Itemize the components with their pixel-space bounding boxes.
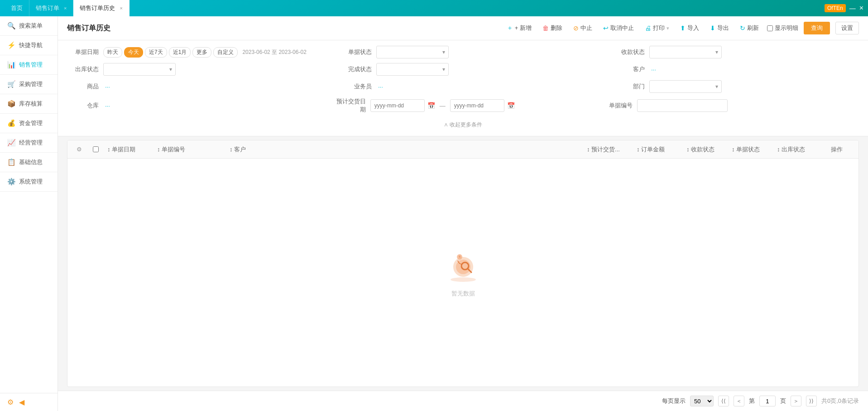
th-check[interactable] — [87, 146, 104, 152]
receipt-status-select[interactable] — [649, 46, 722, 58]
query-button[interactable]: 查询 — [804, 22, 830, 34]
sidebar-item-purchase-mgmt[interactable]: 🛒 采购管理 — [0, 75, 58, 94]
sidebar-item-purchase-mgmt-label: 采购管理 — [19, 80, 43, 88]
sidebar-item-sales-mgmt[interactable]: 📊 销售管理 — [0, 55, 58, 75]
date-btn-more[interactable]: 更多 — [192, 47, 211, 58]
filter-area: 单据日期 昨天 今天 近7天 近1月 更多 自定义 2023-06-02 至 2… — [58, 40, 868, 136]
stock-out-status-select-wrapper[interactable] — [103, 63, 176, 76]
refresh-button[interactable]: ↻ 刷新 — [737, 22, 762, 34]
prev-page-button[interactable]: ＜ — [734, 396, 744, 406]
sidebar-item-fund-mgmt[interactable]: 💰 资金管理 — [0, 114, 58, 133]
tab-sales-order-close[interactable]: × — [64, 5, 67, 11]
new-button[interactable]: ＋ + 新增 — [504, 22, 534, 34]
refresh-label: 刷新 — [747, 24, 759, 32]
date-dash: — — [440, 102, 446, 109]
table-header: ⚙ ↕ 单据日期 ↕ 单据编号 ↕ 客户 ↕ 预计交货... ↕ 订单金额 — [67, 140, 858, 159]
next-page-button[interactable]: ＞ — [791, 396, 801, 406]
salesperson-ellipsis[interactable]: ··· — [376, 83, 385, 90]
page-size-select[interactable]: 10 20 50 100 — [690, 396, 714, 406]
new-icon: ＋ — [507, 24, 513, 32]
stop-button[interactable]: ⊘ 中止 — [571, 22, 595, 34]
cancel-stop-label: 取消中止 — [610, 24, 634, 32]
complete-status-select[interactable] — [376, 63, 449, 76]
date-btn-7days[interactable]: 近7天 — [145, 47, 167, 58]
calendar-from-icon[interactable]: 📅 — [427, 102, 435, 109]
th-bill-status[interactable]: ↕ 单据状态 — [728, 145, 773, 154]
department-control — [649, 80, 859, 93]
export-button[interactable]: ⬇ 导出 — [707, 22, 732, 34]
th-stock-out[interactable]: ↕ 出库状态 — [773, 145, 819, 154]
tab-sales-order-label: 销售订单 — [36, 4, 59, 12]
calendar-to-icon[interactable]: 📅 — [507, 102, 515, 109]
filter-row-2: 出库状态 完成状态 客户 — [67, 63, 859, 76]
goods-ellipsis[interactable]: ··· — [103, 83, 112, 90]
customer-ellipsis[interactable]: ··· — [649, 66, 658, 73]
sidebar-item-inventory-calc[interactable]: 📦 库存核算 — [0, 94, 58, 114]
th-client[interactable]: ↕ 客户 — [226, 145, 583, 154]
display-detail-label: 显示明细 — [775, 24, 798, 32]
warehouse-ellipsis[interactable]: ··· — [103, 102, 112, 109]
cancel-stop-button[interactable]: ↩ 取消中止 — [600, 22, 637, 34]
bill-status-select-wrapper[interactable] — [376, 46, 449, 58]
bill-date-control: 昨天 今天 近7天 近1月 更多 自定义 2023-06-02 至 2023-0… — [103, 47, 313, 58]
th-gear[interactable]: ⚙ — [71, 146, 87, 153]
complete-status-label: 完成状态 — [340, 65, 376, 73]
delivery-date-to[interactable] — [450, 99, 504, 112]
purchase-mgmt-icon: 🛒 — [7, 80, 15, 88]
th-amount[interactable]: ↕ 订单金额 — [633, 145, 683, 154]
first-page-button[interactable]: ⟨⟨ — [718, 396, 729, 406]
complete-status-select-wrapper[interactable] — [376, 63, 449, 76]
date-btn-custom[interactable]: 自定义 — [213, 47, 238, 58]
display-detail-checkbox-wrapper[interactable]: 显示明细 — [767, 24, 798, 32]
bill-number-input[interactable] — [637, 99, 728, 112]
th-delivery[interactable]: ↕ 预计交货... — [583, 145, 633, 154]
export-label: 导出 — [717, 24, 729, 32]
page-number-input[interactable] — [759, 396, 776, 406]
close-icon[interactable]: × — [859, 4, 863, 12]
department-select-wrapper[interactable] — [649, 80, 722, 93]
stock-out-status-select[interactable] — [103, 63, 176, 76]
th-amount-label: ↕ 订单金额 — [637, 145, 665, 154]
date-btn-today[interactable]: 今天 — [124, 47, 143, 58]
estimated-delivery-date-group: 📅 — 📅 — [370, 99, 515, 112]
import-button[interactable]: ⬆ 导入 — [677, 22, 702, 34]
sidebar-settings-icon[interactable]: ⚙ — [7, 398, 14, 406]
th-number[interactable]: ↕ 单据编号 — [153, 145, 226, 154]
operation-mgmt-icon: 📈 — [7, 139, 15, 147]
sidebar-item-basic-info[interactable]: 📋 基础信息 — [0, 153, 58, 172]
th-operation: 操作 — [819, 145, 855, 154]
sidebar-item-search-menu-label: 搜索菜单 — [19, 22, 43, 30]
tab-sales-order[interactable]: 销售订单 × — [29, 0, 73, 16]
date-btn-yesterday[interactable]: 昨天 — [103, 47, 122, 58]
display-detail-checkbox[interactable] — [767, 25, 773, 31]
tab-sales-order-history-close[interactable]: × — [120, 5, 122, 11]
th-receipt[interactable]: ↕ 收款状态 — [683, 145, 728, 154]
stop-label: 中止 — [580, 24, 592, 32]
th-date[interactable]: ↕ 单据日期 — [104, 145, 153, 154]
print-button[interactable]: 🖨 打印 ▾ — [642, 22, 672, 34]
last-page-button[interactable]: ⟩⟩ — [806, 396, 817, 406]
minimize-icon[interactable]: — — [849, 5, 856, 12]
tab-sales-order-history-label: 销售订单历史 — [80, 4, 115, 12]
sidebar-item-operation-mgmt[interactable]: 📈 经营管理 — [0, 133, 58, 153]
delete-button[interactable]: 🗑 删除 — [540, 22, 565, 34]
sidebar-item-quick-nav[interactable]: ⚡ 快捷导航 — [0, 36, 58, 55]
tab-home[interactable]: 首页 — [5, 0, 29, 16]
date-btn-1month[interactable]: 近1月 — [169, 47, 191, 58]
sidebar-item-search-menu[interactable]: 🔍 搜索菜单 — [0, 16, 58, 36]
settings-button[interactable]: 设置 — [835, 22, 859, 34]
sidebar-item-system-mgmt-label: 系统管理 — [19, 178, 43, 186]
sidebar-collapse-icon[interactable]: ◀ — [19, 398, 24, 406]
receipt-status-select-wrapper[interactable] — [649, 46, 722, 58]
sidebar-item-system-mgmt[interactable]: ⚙️ 系统管理 — [0, 172, 58, 192]
bill-status-label: 单据状态 — [340, 48, 376, 56]
bill-status-select[interactable] — [376, 46, 449, 58]
select-all-checkbox[interactable] — [93, 146, 99, 152]
department-select[interactable] — [649, 80, 722, 93]
tab-sales-order-history[interactable]: 销售订单历史 × — [73, 0, 129, 16]
fund-mgmt-icon: 💰 — [7, 119, 15, 127]
inventory-calc-icon: 📦 — [7, 100, 15, 108]
collapse-bar[interactable]: ∧ 收起更多条件 — [67, 118, 859, 131]
delivery-date-from[interactable] — [370, 99, 425, 112]
sidebar-item-fund-mgmt-label: 资金管理 — [19, 119, 43, 127]
